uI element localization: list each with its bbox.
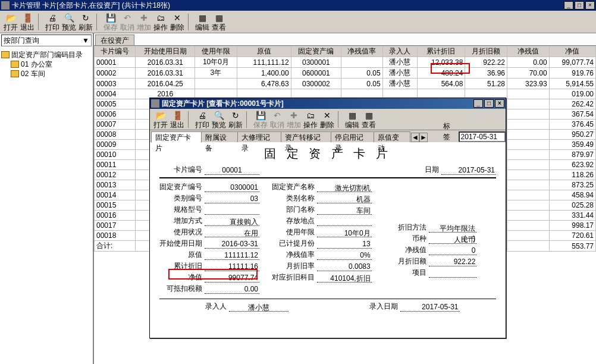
tab-label: 标签: [442, 121, 459, 142]
card-field: 规格型号: [159, 205, 272, 215]
card-field: 项目: [384, 268, 496, 278]
query-dropdown[interactable]: 按部门查询 ▼: [1, 34, 92, 46]
print-icon: 🖨: [194, 110, 211, 121]
card-field: 对应折旧科目410104,折旧: [272, 272, 384, 283]
field-value: 0: [429, 246, 476, 255]
grid-header[interactable]: 固定资产编: [291, 46, 341, 57]
open-icon: 📂: [2, 12, 19, 23]
delete-icon: ✕: [169, 12, 186, 23]
edit-icon: ▦: [344, 110, 360, 121]
add-icon: ✚: [136, 12, 152, 23]
card-tab[interactable]: 停启用记录: [331, 131, 375, 142]
field-label: 类别名称: [272, 193, 317, 203]
card-tab[interactable]: 附属设备: [201, 131, 238, 142]
entry-date-label: 录入日期: [365, 302, 400, 312]
card-tab[interactable]: 固定资产卡片: [151, 131, 202, 142]
card-app-icon: [151, 99, 159, 108]
card-tab[interactable]: 资产转移记录: [281, 131, 331, 142]
table-row[interactable]: 000012016.03.3110年0月111,111.120300001潘小慧…: [95, 57, 596, 68]
field-value: [429, 269, 476, 278]
tab-active-assets[interactable]: 在役资产: [95, 34, 134, 45]
card-date-label: 日期: [418, 165, 441, 175]
field-label: 净值: [159, 272, 205, 283]
close-button[interactable]: ×: [585, 1, 595, 10]
print-button[interactable]: 🖨打印: [44, 12, 61, 32]
card-tab[interactable]: 原值变动: [374, 131, 410, 142]
tab-date-input[interactable]: 2017-05-31: [459, 131, 506, 142]
grid-header[interactable]: 月折旧额: [465, 46, 507, 57]
open-button[interactable]: 📂打开: [2, 12, 19, 32]
tree-item[interactable]: 02 车间: [1, 69, 92, 79]
field-value: 03: [205, 194, 259, 203]
subtab-bar: 在役资产: [94, 33, 596, 45]
card-field: 固定资产名称激光切割机: [272, 182, 384, 192]
view-button[interactable]: ▦查看: [211, 12, 227, 32]
exit-button[interactable]: 🚪退出: [169, 110, 186, 129]
op-icon: 🗂: [152, 12, 169, 23]
card-max-button[interactable]: □: [484, 99, 494, 108]
card-field: 月折旧率0.0083: [272, 261, 384, 271]
tree-item[interactable]: 固定资产部门编码目录: [1, 50, 92, 59]
field-value: 车间: [317, 206, 372, 215]
folder-icon: [11, 70, 19, 77]
field-value: 10年0月: [317, 228, 372, 237]
card-field: 使用年限10年0月: [272, 227, 384, 237]
grid-header[interactable]: 原值: [237, 46, 291, 57]
card-tab[interactable]: 大修理记录: [237, 131, 281, 142]
save-button: 💾保存: [102, 12, 119, 32]
edit-button[interactable]: ▦编辑: [194, 12, 211, 32]
card-field: 固定资产编号0300001: [159, 182, 272, 192]
preview-button[interactable]: 🔍预览: [61, 12, 77, 32]
open-button[interactable]: 📂打开: [152, 110, 169, 129]
max-button[interactable]: □: [575, 1, 584, 10]
card-field: 累计折旧11111.16: [159, 261, 272, 271]
field-label: 已计提月份: [272, 239, 317, 249]
table-row[interactable]: 000032016.04.256,478.6303000020.05潘小慧564…: [95, 79, 596, 89]
tab-scroll[interactable]: ◄►: [411, 133, 428, 142]
card-field: 类别名称机器: [272, 193, 384, 203]
min-button[interactable]: _: [564, 1, 573, 10]
grid-header[interactable]: 开始使用日期: [136, 46, 195, 57]
print-button[interactable]: 🖨打印: [194, 110, 211, 129]
grid-header[interactable]: 录入人: [382, 46, 417, 57]
card-close-button[interactable]: ×: [495, 99, 504, 108]
chevron-right-icon: ►: [419, 133, 428, 142]
grid-header[interactable]: 净值: [549, 46, 595, 57]
folder-icon: [1, 51, 10, 58]
refresh-button[interactable]: ↻刷新: [227, 110, 244, 129]
card-no-value: 00001: [205, 166, 259, 175]
grid-header[interactable]: 净残值率: [341, 46, 382, 57]
delete-button[interactable]: ✕删除: [319, 110, 335, 129]
divider: [159, 299, 496, 299]
grid-header[interactable]: 卡片编号: [95, 46, 136, 57]
op-button[interactable]: 🗂操作: [302, 110, 319, 129]
field-value: 人民币: [429, 235, 476, 244]
preview-button[interactable]: 🔍预览: [211, 110, 227, 129]
card-field: 开始使用日期2016-03-31: [159, 239, 272, 249]
op-button[interactable]: 🗂操作: [152, 12, 169, 32]
card-min-button[interactable]: _: [473, 99, 483, 108]
edit-button[interactable]: ▦编辑: [344, 110, 360, 129]
field-value: 0%: [317, 251, 372, 260]
card-field: 净残值率0%: [272, 250, 384, 260]
tree-item[interactable]: 01 办公室: [1, 59, 92, 69]
field-label: 净残值率: [272, 250, 317, 260]
delete-button[interactable]: ✕删除: [169, 12, 186, 32]
field-value: 0.00: [205, 285, 259, 294]
field-label: 存放地点: [272, 216, 317, 226]
grid-header[interactable]: 净残值: [507, 46, 550, 57]
card-title-text: 固定资产卡片 [查看卡片:00001号卡片]: [162, 99, 472, 109]
card-fields: 固定资产编号0300001类别编号03规格型号增加方式直接购入使用状况在用开始使…: [159, 182, 496, 295]
view-button[interactable]: ▦查看: [360, 110, 377, 129]
field-label: 开始使用日期: [159, 239, 205, 249]
table-row[interactable]: 000022016.03.313年1,400.0006000010.05潘小慧4…: [95, 68, 596, 79]
refresh-button[interactable]: ↻刷新: [77, 12, 94, 32]
card-field: 已计提月份13: [272, 239, 384, 249]
field-value: 2016-03-31: [205, 240, 259, 249]
grid-header[interactable]: 累计折旧: [417, 46, 465, 57]
card-field: 增加方式直接购入: [159, 216, 272, 226]
exit-button[interactable]: 🚪退出: [19, 12, 36, 32]
field-value: 平均年限法(一): [429, 224, 476, 233]
card-body: 固 定 资 产 卡 片 卡片编号00001 日期2017-05-31 固定资产编…: [150, 142, 506, 338]
grid-header[interactable]: 使用年限: [195, 46, 237, 57]
